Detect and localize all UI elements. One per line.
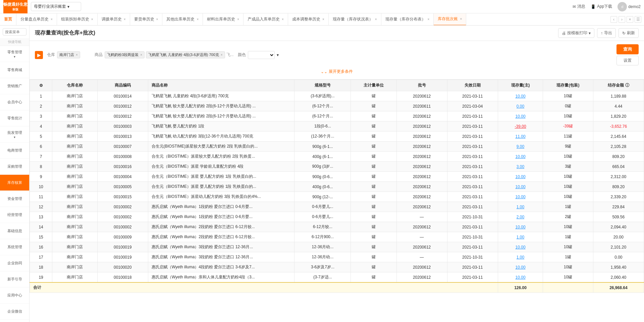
tab-transfer[interactable]: 调拨单历史 × xyxy=(98,13,130,25)
nav-menu-button[interactable]: ☰ xyxy=(635,16,641,23)
top-right-bar: ✉ 消息 📱 App下载 d demo2 xyxy=(573,2,641,11)
cell-qty-main-11[interactable]: 1.00 xyxy=(498,202,543,212)
tab-2-close[interactable]: × xyxy=(91,17,93,21)
tab-6-close[interactable]: × xyxy=(237,17,239,21)
nav-prev-button[interactable]: ‹ xyxy=(610,16,617,23)
cell-code-4: 00100013 xyxy=(97,131,148,142)
sidebar-item-retail-stats[interactable]: 零售统计 xyxy=(0,110,29,126)
print-button[interactable]: 🖨 按模板打印 ▾ xyxy=(558,28,594,38)
export-button[interactable]: ↑ 导出 xyxy=(597,28,616,38)
tab-4-close[interactable]: × xyxy=(156,17,158,21)
color-filter-select[interactable] xyxy=(248,51,275,59)
sidebar-item-inventory[interactable]: 库存核算 xyxy=(0,175,29,191)
cell-qty-main-2[interactable]: 10.00 xyxy=(498,111,543,121)
tab-cost-adjust[interactable]: 成本调整单历史 × xyxy=(288,13,329,25)
cell-qty-main-0[interactable]: 10.00 xyxy=(498,91,543,101)
cell-name-8: 合生元（BIOSTIME）派星 婴儿配方奶粉 1段 乳铁蛋白的... xyxy=(148,172,294,182)
warehouse-tag-nanang[interactable]: 南岸门店 × xyxy=(57,51,80,58)
cell-qty-main-13[interactable]: 10.00 xyxy=(498,222,543,232)
cell-qty-main-7[interactable]: 3.00 xyxy=(498,162,543,172)
query-button[interactable]: 查询 xyxy=(616,44,639,54)
product-more-dots[interactable]: 飞... xyxy=(226,52,234,58)
nav-next-button[interactable]: › xyxy=(619,16,625,23)
cell-warehouse-18: 南岸门店 xyxy=(52,272,97,283)
sidebar-item-wholesale-mgmt[interactable]: 批发管理 ▼ xyxy=(0,126,29,143)
tab-home[interactable]: 首页 xyxy=(0,13,16,25)
cell-qty-main-14[interactable]: 1.00 xyxy=(498,232,543,242)
sidebar-item-ecommerce[interactable]: 电商管理 xyxy=(0,143,29,159)
sidebar-item-wechat[interactable]: 企业微信 xyxy=(0,304,29,320)
tab-8-close[interactable]: × xyxy=(322,17,324,21)
tab-6-label: 材料出库单历史 xyxy=(207,16,235,22)
sidebar-item-app-center[interactable]: 应用中心 xyxy=(0,287,29,304)
sidebar-item-retail-mgmt[interactable]: 零售管理 ▼ xyxy=(0,46,29,62)
cell-amount-8: 2,312.00 xyxy=(593,172,644,182)
tab-stock-status[interactable]: 现存量（库存状况表） × xyxy=(329,13,381,25)
cell-qty-main-8[interactable]: 10.00 xyxy=(498,172,543,182)
refresh-button[interactable]: ↻ 刷新 xyxy=(619,28,639,38)
cell-expiry-7: 2021-03-11 xyxy=(447,162,498,172)
table-row: 8 南岸门店 00100016 合生元（BIOSTIME）派星 学龄前儿童配方奶… xyxy=(30,162,644,172)
filter-toggle-button[interactable]: ▶ xyxy=(35,51,43,59)
expand-more-btn[interactable]: ⌄⌄ 展开更多条件 xyxy=(35,67,639,76)
cell-qty-pkg-6: 10罐 xyxy=(543,152,593,162)
tab-1-close[interactable]: × xyxy=(51,17,53,21)
cell-idx-11: 12 xyxy=(30,202,52,212)
tab-requisition[interactable]: 要货单历史 × xyxy=(130,13,163,25)
cell-code-8: 00100004 xyxy=(97,172,148,182)
cell-qty-main-16[interactable]: 1.00 xyxy=(498,252,543,262)
cell-qty-main-15[interactable]: 10.00 xyxy=(498,242,543,252)
cell-qty-main-18[interactable]: 10.00 xyxy=(498,272,543,283)
search-input[interactable] xyxy=(3,28,26,36)
warehouse-tag-close[interactable]: × xyxy=(76,53,78,57)
sidebar-item-finance[interactable]: 资金管理 xyxy=(0,191,29,207)
user-profile[interactable]: d demo2 xyxy=(618,2,641,11)
app-download-button[interactable]: 📱 App下载 xyxy=(591,4,612,9)
sidebar-item-members[interactable]: 会员中心 xyxy=(0,94,29,110)
settings-button[interactable]: 设置 xyxy=(616,56,639,65)
logo: 畅捷通好生意 标版 xyxy=(3,0,28,13)
tab-3-label: 调拨单历史 xyxy=(102,16,122,22)
sidebar-item-collab[interactable]: 企业协同 xyxy=(0,255,29,271)
tab-material-out[interactable]: 材料出库单历史 × xyxy=(203,13,244,25)
tab-other-out[interactable]: 其他出库单历史 × xyxy=(162,13,203,25)
top-bar: 畅捷通好生意 标版 母婴行业演示账套 ▾ ✉ 消息 📱 App下载 d demo… xyxy=(0,0,644,13)
tab-batch-stock[interactable]: 库存批次账 × xyxy=(434,13,466,25)
sidebar-item-guide[interactable]: 新手引导 xyxy=(0,271,29,287)
sidebar-item-retail-shop[interactable]: 零售商城 xyxy=(0,62,29,78)
tab-5-close[interactable]: × xyxy=(197,17,199,21)
sidebar-item-marketing[interactable]: 营销推广 xyxy=(0,78,29,94)
tab-10-close[interactable]: × xyxy=(428,17,430,21)
tab-product-in[interactable]: 产成品入库单历史 × xyxy=(244,13,288,25)
tab-11-close[interactable]: × xyxy=(460,17,462,21)
sidebar-item-purchasing[interactable]: 采购管理 xyxy=(0,159,29,175)
tab-inventory-count[interactable]: 分量盘点单历史 × xyxy=(16,13,57,25)
cell-qty-main-3[interactable]: -39.00 xyxy=(498,121,543,131)
cell-qty-main-12[interactable]: 2.00 xyxy=(498,212,543,222)
cell-qty-main-1[interactable]: 0.00 xyxy=(498,101,543,111)
product-tag-1-close[interactable]: × xyxy=(140,53,142,57)
cell-qty-main-5[interactable]: 9.00 xyxy=(498,142,543,152)
product-tag-2-close[interactable]: × xyxy=(221,53,223,57)
tab-assembly[interactable]: 组装拆卸单历史 × xyxy=(57,13,98,25)
product-tag-1[interactable]: 飞鹤奶粉3段两提装 × xyxy=(105,51,145,58)
tab-9-close[interactable]: × xyxy=(375,17,377,21)
cell-qty-main-6[interactable]: 10.00 xyxy=(498,152,543,162)
sidebar-item-operations[interactable]: 经营管理 xyxy=(0,207,29,223)
product-tag-2[interactable]: 飞鹤星飞帆 儿童奶粉 4段(3-6岁适用) 700克 × xyxy=(146,51,225,58)
cell-qty-main-10[interactable]: 10.00 xyxy=(498,192,543,202)
cell-qty-main-17[interactable]: 10.00 xyxy=(498,262,543,272)
nav-close-button[interactable]: × xyxy=(627,16,633,23)
message-button[interactable]: ✉ 消息 xyxy=(573,4,585,9)
tenant-selector[interactable]: 母婴行业演示账套 ▾ xyxy=(31,2,81,11)
cell-amount-7: 665.04 xyxy=(593,162,644,172)
cell-amount-5: 2,105.28 xyxy=(593,142,644,152)
cell-qty-main-9[interactable]: 10.00 xyxy=(498,182,543,192)
sidebar-item-membership[interactable]: 畅会员 xyxy=(0,320,29,322)
cell-qty-main-4[interactable]: 11.00 xyxy=(498,131,543,142)
sidebar-item-basic-info[interactable]: 基础信息 xyxy=(0,223,29,239)
tab-3-close[interactable]: × xyxy=(124,17,126,21)
tab-stock-dist[interactable]: 现存量（库存分布表） × xyxy=(381,13,434,25)
tab-7-close[interactable]: × xyxy=(282,17,284,21)
sidebar-item-system[interactable]: 系统管理 xyxy=(0,239,29,255)
